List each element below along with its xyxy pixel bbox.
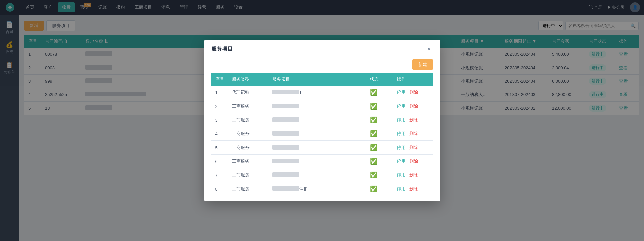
modal-cell-item — [268, 141, 366, 155]
modal-cell-item — [268, 113, 366, 127]
modal-cell-status: ✅ — [366, 141, 393, 155]
modal-body: 序号 服务类型 服务项目 状态 操作 1 代理记账 1 ✅ — [204, 73, 440, 201]
modal-cell-actions: 停用 删除 — [393, 113, 433, 127]
modal-cell-status: ✅ — [366, 113, 393, 127]
modal-title: 服务项目 — [211, 46, 233, 53]
modal-cell-item — [268, 168, 366, 182]
modal-cell-seq: 3 — [211, 113, 228, 127]
modal-cell-type: 工商服务 — [228, 113, 268, 127]
delete-link-2[interactable]: 删除 — [409, 117, 418, 122]
modal-table-row: 8 工商服务 注册 ✅ 停用 删除 — [211, 182, 433, 196]
modal-close-button[interactable]: × — [425, 45, 433, 53]
disable-link-5[interactable]: 停用 — [397, 159, 406, 164]
modal-new-button[interactable]: 新建 — [412, 59, 433, 70]
modal-col-seq: 序号 — [211, 73, 228, 86]
modal-cell-status: ✅ — [366, 86, 393, 99]
modal-table-row: 5 工商服务 ✅ 停用 删除 — [211, 141, 433, 155]
disable-link-3[interactable]: 停用 — [397, 131, 406, 136]
modal-cell-type: 工商服务 — [228, 141, 268, 155]
modal-cell-seq: 4 — [211, 127, 228, 141]
delete-link-4[interactable]: 删除 — [409, 145, 418, 150]
modal-cell-type: 工商服务 — [228, 155, 268, 168]
modal-col-item: 服务项目 — [268, 73, 366, 86]
modal-table-row: 2 工商服务 ✅ 停用 删除 — [211, 99, 433, 113]
modal-col-actions: 操作 — [393, 73, 433, 86]
modal-cell-seq: 1 — [211, 86, 228, 99]
modal-toolbar: 新建 — [204, 56, 440, 73]
modal-table-row: 1 代理记账 1 ✅ 停用 删除 — [211, 86, 433, 99]
disable-link-1[interactable]: 停用 — [397, 104, 406, 109]
modal-cell-type: 代理记账 — [228, 86, 268, 99]
delete-link-6[interactable]: 删除 — [409, 172, 418, 177]
modal-cell-type: 工商服务 — [228, 168, 268, 182]
disable-link-0[interactable]: 停用 — [397, 90, 406, 95]
modal-overlay[interactable]: 服务项目 × 新建 序号 服务类型 服务项目 状态 操作 — [0, 0, 644, 241]
delete-link-7[interactable]: 删除 — [409, 186, 418, 191]
modal-cell-actions: 停用 删除 — [393, 127, 433, 141]
modal-cell-actions: 停用 删除 — [393, 168, 433, 182]
service-items-table: 序号 服务类型 服务项目 状态 操作 1 代理记账 1 ✅ — [211, 73, 433, 196]
modal-cell-actions: 停用 删除 — [393, 182, 433, 196]
modal-cell-actions: 停用 删除 — [393, 141, 433, 155]
delete-link-0[interactable]: 删除 — [409, 90, 418, 95]
disable-link-6[interactable]: 停用 — [397, 172, 406, 177]
modal-table-row: 7 工商服务 ✅ 停用 删除 — [211, 168, 433, 182]
modal-cell-status: ✅ — [366, 155, 393, 168]
disable-link-4[interactable]: 停用 — [397, 145, 406, 150]
modal-cell-type: 工商服务 — [228, 99, 268, 113]
modal-col-type: 服务类型 — [228, 73, 268, 86]
service-items-modal: 服务项目 × 新建 序号 服务类型 服务项目 状态 操作 — [204, 40, 440, 201]
modal-cell-status: ✅ — [366, 99, 393, 113]
modal-cell-item — [268, 155, 366, 168]
modal-cell-status: ✅ — [366, 168, 393, 182]
modal-header: 服务项目 × — [204, 40, 440, 56]
modal-cell-item — [268, 127, 366, 141]
delete-link-1[interactable]: 删除 — [409, 104, 418, 109]
modal-col-status: 状态 — [366, 73, 393, 86]
modal-cell-item: 1 — [268, 86, 366, 99]
modal-cell-type: 工商服务 — [228, 127, 268, 141]
modal-cell-actions: 停用 删除 — [393, 86, 433, 99]
modal-cell-seq: 7 — [211, 168, 228, 182]
modal-cell-status: ✅ — [366, 182, 393, 196]
disable-link-2[interactable]: 停用 — [397, 117, 406, 122]
delete-link-5[interactable]: 删除 — [409, 159, 418, 164]
modal-cell-seq: 5 — [211, 141, 228, 155]
modal-cell-actions: 停用 删除 — [393, 155, 433, 168]
modal-cell-item: 注册 — [268, 182, 366, 196]
delete-link-3[interactable]: 删除 — [409, 131, 418, 136]
modal-cell-status: ✅ — [366, 127, 393, 141]
modal-table-row: 4 工商服务 ✅ 停用 删除 — [211, 127, 433, 141]
modal-cell-seq: 8 — [211, 182, 228, 196]
disable-link-7[interactable]: 停用 — [397, 186, 406, 191]
modal-cell-type: 工商服务 — [228, 182, 268, 196]
modal-cell-item — [268, 99, 366, 113]
modal-cell-seq: 6 — [211, 155, 228, 168]
modal-table-row: 3 工商服务 ✅ 停用 删除 — [211, 113, 433, 127]
modal-cell-seq: 2 — [211, 99, 228, 113]
modal-table-row: 6 工商服务 ✅ 停用 删除 — [211, 155, 433, 168]
modal-cell-actions: 停用 删除 — [393, 99, 433, 113]
